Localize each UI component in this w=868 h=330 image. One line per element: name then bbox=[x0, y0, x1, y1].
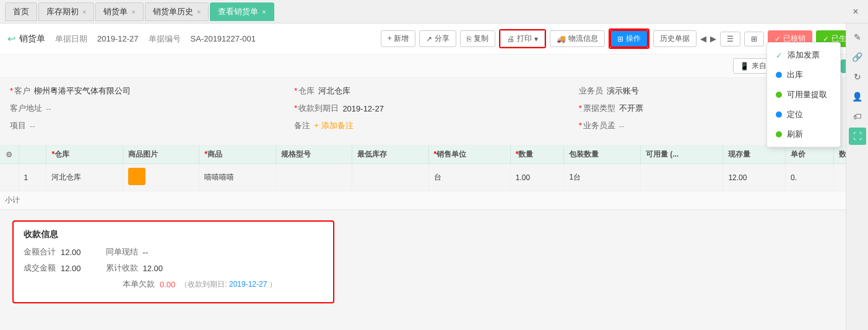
row-product: 嘻嘻嘻嘻 bbox=[199, 164, 276, 191]
tab-inventory[interactable]: 库存期初 × bbox=[38, 2, 94, 21]
salesman-value: -- bbox=[619, 121, 625, 131]
tab-sales-order-label: 销货单 bbox=[103, 6, 128, 17]
transaction-value: 12.00 bbox=[61, 264, 81, 273]
view-toggle-grid[interactable]: ⊞ bbox=[744, 32, 764, 46]
staff-value: 演示账号 bbox=[607, 85, 639, 97]
project-value: -- bbox=[30, 121, 35, 131]
project-field: 项目 -- bbox=[10, 120, 289, 131]
row-unit: 台 bbox=[428, 164, 510, 191]
transaction-label: 成交金额 bbox=[24, 263, 56, 274]
subtotal-row: 小计 bbox=[0, 191, 868, 210]
dropdown-outbound[interactable]: 出库 bbox=[767, 65, 840, 85]
print-button[interactable]: 🖨 打印 ▾ bbox=[500, 30, 545, 47]
ticket-label: 票据类型 bbox=[579, 103, 615, 114]
sidebar-user-btn[interactable]: 👤 bbox=[849, 88, 866, 105]
tab-inventory-close[interactable]: × bbox=[82, 8, 86, 15]
print-button-wrap: 🖨 打印 ▾ bbox=[499, 29, 546, 48]
warehouse-value: 河北仓库 bbox=[318, 85, 350, 97]
customer-field: 客户 柳州粤港平安气体有限公司 bbox=[10, 85, 289, 97]
row-num: 1 bbox=[19, 164, 46, 191]
row-pack-qty: 1台 bbox=[564, 164, 640, 191]
col-num bbox=[19, 145, 46, 164]
sidebar-tag-btn[interactable]: 🏷 bbox=[849, 108, 866, 125]
subtotal-label: 小计 bbox=[5, 196, 20, 204]
due-date-field: 收款到期日 2019-12-27 bbox=[294, 103, 573, 114]
staff-label: 业务员 bbox=[579, 85, 603, 97]
print-dropdown-arrow: ▾ bbox=[534, 35, 538, 43]
dropdown-available-pick[interactable]: 可用量提取 bbox=[767, 85, 840, 105]
available-pick-label: 可用量提取 bbox=[787, 89, 827, 100]
tab-view-sales-label: 查看销货单 bbox=[218, 6, 258, 17]
address-value: -- bbox=[46, 104, 51, 113]
total-amount-item: 金额合计 12.00 bbox=[24, 246, 81, 258]
copy-icon: ⎘ bbox=[467, 35, 471, 43]
doc-meta: 单据日期 2019-12-27 单据编号 SA-20191227-001 bbox=[55, 33, 256, 45]
new-button[interactable]: + 新增 bbox=[381, 30, 415, 47]
balance-note: （收款到期日: 2019-12-27 ） bbox=[180, 279, 276, 290]
view-toggle-list[interactable]: ☰ bbox=[720, 32, 740, 46]
tab-view-sales[interactable]: 查看销货单 × bbox=[210, 2, 274, 21]
row-spec bbox=[276, 164, 352, 191]
tab-sales-order[interactable]: 销货单 × bbox=[95, 2, 143, 21]
operations-dropdown: ✓ 添加发票 出库 可用量提取 定位 刷新 bbox=[766, 42, 841, 147]
date-label: 单据日期 bbox=[55, 33, 87, 45]
form-row-2: 客户地址 -- 收款到期日 2019-12-27 票据类型 不开票 bbox=[10, 103, 858, 114]
cumulative-item: 累计收款 12.00 bbox=[106, 263, 163, 274]
balance-item: 本单欠款 0.00 （收款到期日: 2019-12-27 ） bbox=[24, 279, 277, 290]
sidebar-edit-btn[interactable]: ✎ bbox=[849, 28, 866, 46]
refresh-label: 刷新 bbox=[787, 129, 803, 140]
tab-sales-history-close[interactable]: × bbox=[197, 8, 201, 15]
address-field: 客户地址 -- bbox=[10, 103, 289, 114]
cumulative-label: 累计收款 bbox=[106, 263, 138, 274]
sidebar-link-btn[interactable]: 🔗 bbox=[849, 48, 866, 66]
product-table: ⚙ *仓库 商品图片 *商品 规格型号 最低库存 *销售单位 *数量 包装数量 … bbox=[0, 145, 868, 210]
same-order-item: 同单现结 -- bbox=[106, 246, 149, 258]
refresh-dot bbox=[776, 131, 782, 137]
form-row-3: 项目 -- 备注 + 添加备注 业务员孟 -- bbox=[10, 120, 858, 131]
sidebar-refresh-btn[interactable]: ↻ bbox=[849, 68, 866, 85]
col-gear: ⚙ bbox=[0, 145, 19, 164]
doc-title: ↩ 销货单 bbox=[7, 33, 45, 45]
tab-sales-history[interactable]: 销货单历史 × bbox=[145, 2, 209, 21]
payment-title: 收款信息 bbox=[24, 229, 323, 240]
balance-label: 本单欠款 bbox=[123, 279, 155, 290]
available-dot bbox=[776, 92, 782, 98]
dropdown-locate[interactable]: 定位 bbox=[767, 105, 840, 124]
tab-sales-order-close[interactable]: × bbox=[131, 8, 135, 15]
ticket-value: 不开票 bbox=[619, 103, 643, 114]
payment-area: 收款信息 金额合计 12.00 同单现结 -- 成交金额 bbox=[0, 211, 868, 313]
form-row-1: 客户 柳州粤港平安气体有限公司 仓库 河北仓库 业务员 演示账号 bbox=[10, 85, 858, 97]
col-spec: 规格型号 bbox=[276, 145, 352, 164]
dropdown-add-invoice[interactable]: ✓ 添加发票 bbox=[767, 45, 840, 65]
col-min-stock: 最低库存 bbox=[352, 145, 428, 164]
outbound-dot bbox=[776, 72, 782, 78]
copy-button[interactable]: ⎘ 复制 bbox=[460, 30, 495, 47]
row-available bbox=[640, 164, 723, 191]
ops-icon: ⊞ bbox=[617, 35, 623, 43]
payment-section: 收款信息 金额合计 12.00 同单现结 -- 成交金额 bbox=[12, 220, 334, 303]
print-label: 打印 bbox=[517, 33, 532, 44]
row-warehouse: 河北仓库 bbox=[46, 164, 123, 191]
product-table-wrap: ⚙ *仓库 商品图片 *商品 规格型号 最低库存 *销售单位 *数量 包装数量 … bbox=[0, 145, 868, 211]
warehouse-label: 仓库 bbox=[294, 85, 315, 97]
total-value: 12.00 bbox=[61, 248, 81, 257]
col-pack-qty: 包装数量 bbox=[564, 145, 640, 164]
nav-next-icon[interactable]: ▶ bbox=[710, 34, 716, 43]
same-order-value: -- bbox=[143, 248, 149, 257]
col-available: 可用量 (... bbox=[640, 145, 723, 164]
share-button[interactable]: ↗ 分享 bbox=[419, 30, 456, 47]
col-unit: *销售单位 bbox=[428, 145, 510, 164]
history-button[interactable]: 历史单据 bbox=[653, 30, 697, 47]
operations-button[interactable]: ⊞ 操作 bbox=[610, 30, 648, 48]
tab-view-sales-close[interactable]: × bbox=[262, 8, 266, 15]
add-note-button[interactable]: + 添加备注 bbox=[314, 120, 353, 131]
nav-prev-icon[interactable]: ◀ bbox=[700, 34, 706, 43]
sidebar-expand-btn[interactable]: ⛶ bbox=[849, 128, 866, 145]
locate-dot bbox=[776, 111, 782, 118]
dropdown-refresh[interactable]: 刷新 bbox=[767, 124, 840, 144]
logistics-button[interactable]: 🚚 物流信息 bbox=[550, 30, 605, 47]
tab-home[interactable]: 首页 bbox=[5, 2, 37, 21]
total-label: 金额合计 bbox=[24, 246, 56, 258]
history-label: 历史单据 bbox=[660, 33, 690, 44]
window-close-button[interactable]: × bbox=[848, 4, 863, 19]
